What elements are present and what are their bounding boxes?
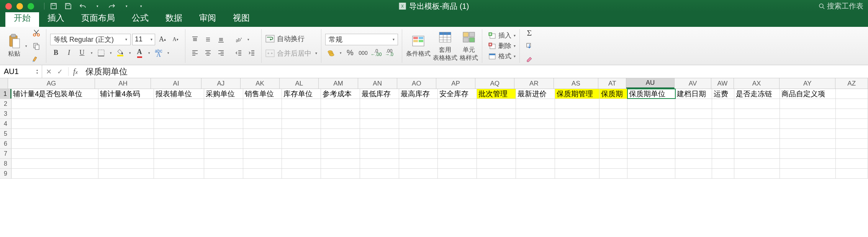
- borders-button[interactable]: [95, 48, 107, 58]
- row-header-2[interactable]: 2: [0, 99, 11, 109]
- cell-AM1[interactable]: 参考成本: [321, 89, 360, 99]
- cell-AX2[interactable]: [734, 99, 780, 109]
- cell-AJ2[interactable]: [204, 99, 243, 109]
- column-header-AK[interactable]: AK: [241, 78, 280, 89]
- cell-AH8[interactable]: [98, 159, 154, 168]
- cell-AJ1[interactable]: 采购单位: [204, 89, 243, 99]
- cell-AW1[interactable]: 运费: [712, 89, 734, 99]
- column-header-AW[interactable]: AW: [711, 78, 734, 89]
- cell-AN4[interactable]: [360, 119, 399, 128]
- font-color-dropdown[interactable]: ▾: [147, 51, 151, 55]
- maximize-window-button[interactable]: [28, 3, 34, 10]
- cell-AX7[interactable]: [734, 149, 780, 158]
- cell-AU1[interactable]: 保质期单位: [627, 89, 675, 99]
- align-bottom-button[interactable]: [215, 34, 227, 45]
- column-header-AU[interactable]: AU: [626, 78, 675, 89]
- align-left-button[interactable]: [189, 47, 201, 58]
- cell-AN1[interactable]: 最低库存: [360, 89, 399, 99]
- cell-AJ4[interactable]: [204, 119, 243, 128]
- cell-AJ7[interactable]: [204, 149, 243, 158]
- cell-AS5[interactable]: [555, 129, 599, 138]
- font-size-select[interactable]: 11▾: [132, 34, 155, 45]
- cell-AY2[interactable]: [780, 99, 835, 109]
- cell-AO6[interactable]: [399, 139, 438, 148]
- column-header-AI[interactable]: AI: [151, 78, 201, 89]
- row-header-3[interactable]: 3: [0, 109, 11, 118]
- align-top-button[interactable]: [189, 34, 201, 45]
- cell-AV9[interactable]: [675, 169, 712, 178]
- conditional-format-button[interactable]: 条件格式: [406, 34, 431, 58]
- cell-AK1[interactable]: 销售单位: [243, 89, 282, 99]
- column-header-AX[interactable]: AX: [734, 78, 780, 89]
- name-box-stepper[interactable]: ▴▾: [36, 69, 38, 75]
- cell-AW9[interactable]: [712, 169, 734, 178]
- cell-AK3[interactable]: [243, 109, 282, 118]
- cell-AT9[interactable]: [599, 169, 627, 178]
- cell-AH7[interactable]: [98, 149, 154, 158]
- cell-AY4[interactable]: [780, 119, 835, 128]
- column-header-AM[interactable]: AM: [319, 78, 358, 89]
- cell-AT5[interactable]: [599, 129, 627, 138]
- cell-AV3[interactable]: [675, 109, 712, 118]
- cell-AG2[interactable]: [11, 99, 98, 109]
- cell-AR6[interactable]: [516, 139, 555, 148]
- cell-AQ6[interactable]: [477, 139, 516, 148]
- cell-AT8[interactable]: [599, 159, 627, 168]
- cell-AJ5[interactable]: [204, 129, 243, 138]
- cell-AR8[interactable]: [516, 159, 555, 168]
- column-header-AR[interactable]: AR: [514, 78, 554, 89]
- cell-AM7[interactable]: [321, 149, 360, 158]
- cell-AZ8[interactable]: [836, 159, 868, 168]
- font-name-select[interactable]: 等线 Regular (正文)▾: [50, 34, 131, 45]
- fill-color-button[interactable]: [115, 48, 126, 58]
- italic-button[interactable]: I: [63, 48, 75, 58]
- cell-AL7[interactable]: [282, 149, 321, 158]
- cell-AT2[interactable]: [599, 99, 627, 109]
- phonetic-dropdown[interactable]: ▾: [166, 51, 170, 55]
- cell-styles-button[interactable]: 单元 格样式: [460, 30, 478, 62]
- redo-dropdown[interactable]: ▾: [121, 2, 132, 11]
- cell-AR4[interactable]: [516, 119, 555, 128]
- fill-color-dropdown[interactable]: ▾: [128, 51, 132, 55]
- cell-AV4[interactable]: [675, 119, 712, 128]
- fx-icon[interactable]: fx: [68, 67, 78, 76]
- cell-AM4[interactable]: [321, 119, 360, 128]
- cell-AO8[interactable]: [399, 159, 438, 168]
- select-all-corner[interactable]: [0, 78, 8, 89]
- cell-AX6[interactable]: [734, 139, 780, 148]
- copy-button[interactable]: [31, 41, 42, 51]
- paste-button[interactable]: 粘贴: [7, 34, 21, 58]
- cell-AR3[interactable]: [516, 109, 555, 118]
- cell-AT4[interactable]: [599, 119, 627, 128]
- cell-AZ9[interactable]: [836, 169, 868, 178]
- minimize-window-button[interactable]: [16, 3, 23, 10]
- cell-AZ6[interactable]: [836, 139, 868, 148]
- cell-AP5[interactable]: [438, 129, 477, 138]
- align-center-button[interactable]: [202, 47, 214, 58]
- cell-AM9[interactable]: [321, 169, 360, 178]
- cell-AI3[interactable]: [154, 109, 204, 118]
- cell-AQ1[interactable]: 批次管理: [477, 89, 516, 99]
- cell-AQ2[interactable]: [477, 99, 516, 109]
- cell-AI4[interactable]: [154, 119, 204, 128]
- cell-AM5[interactable]: [321, 129, 360, 138]
- cell-AG7[interactable]: [11, 149, 98, 158]
- cell-AW6[interactable]: [712, 139, 734, 148]
- row-header-4[interactable]: 4: [0, 119, 11, 128]
- cell-AV6[interactable]: [675, 139, 712, 148]
- cell-AW4[interactable]: [712, 119, 734, 128]
- cell-AV1[interactable]: 建档日期: [675, 89, 712, 99]
- cell-AI5[interactable]: [154, 129, 204, 138]
- number-format-select[interactable]: 常规▾: [325, 34, 398, 45]
- cell-AY1[interactable]: 商品自定义项: [780, 89, 835, 99]
- cell-AO4[interactable]: [399, 119, 438, 128]
- cell-AX9[interactable]: [734, 169, 780, 178]
- formula-text-input[interactable]: 保质期单位: [82, 66, 868, 77]
- cell-AN2[interactable]: [360, 99, 399, 109]
- cell-AR7[interactable]: [516, 149, 555, 158]
- cell-AH5[interactable]: [98, 129, 154, 138]
- autosave-icon[interactable]: [48, 2, 59, 11]
- column-header-AZ[interactable]: AZ: [835, 78, 868, 89]
- cell-AR9[interactable]: [516, 169, 555, 178]
- cell-AU9[interactable]: [627, 169, 675, 178]
